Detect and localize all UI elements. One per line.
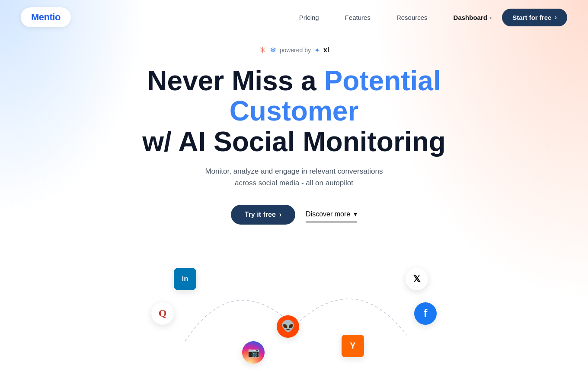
hero-heading: Never Miss a Potential Customer w/ AI So… <box>99 66 489 157</box>
logo[interactable]: Mentio <box>31 12 61 22</box>
logo-wrapper: Mentio <box>21 7 71 27</box>
quora-icon: Q <box>151 302 174 325</box>
nav-pricing[interactable]: Pricing <box>299 14 319 21</box>
orbit-section: in Q 👽 📷 Y 𝕏 f <box>147 251 441 371</box>
nav-links: Pricing Features Resources <box>299 14 428 21</box>
navbar: Mentio Pricing Features Resources Dashbo… <box>0 0 588 35</box>
hero-section: ✳ ❄ powered by ✦ xI Never Miss a Potenti… <box>0 35 588 371</box>
powered-by-badge: ✳ ❄ powered by ✦ xI <box>259 45 329 55</box>
dashboard-link[interactable]: Dashboard › <box>454 14 492 21</box>
snowflake-icon: ❄ <box>270 45 276 55</box>
discover-more-button[interactable]: Discover more ▾ <box>306 206 357 222</box>
try-it-free-button[interactable]: Try it free › <box>231 205 295 225</box>
heading-part1: Never Miss a <box>147 65 324 96</box>
arrow-right-icon: › <box>555 14 557 21</box>
powered-label: powered by <box>280 47 311 54</box>
asterisk-icon: ✳ <box>259 45 266 55</box>
arrow-icon: › <box>279 211 281 219</box>
nav-resources[interactable]: Resources <box>396 14 428 21</box>
facebook-icon: f <box>414 302 437 325</box>
start-for-free-button[interactable]: Start for free › <box>502 9 567 26</box>
cta-group: Try it free › Discover more ▾ <box>231 205 358 225</box>
heading-part2: w/ AI Social Monitoring <box>142 126 446 157</box>
nav-features[interactable]: Features <box>345 14 371 21</box>
instagram-icon: 📷 <box>242 341 265 364</box>
reddit-icon: 👽 <box>277 315 299 338</box>
hero-subtext: Monitor, analyze and engage in relevant … <box>205 165 383 189</box>
xl-badge: xI <box>323 46 329 54</box>
chevron-right-icon: › <box>490 14 492 21</box>
twitter-x-icon: 𝕏 <box>406 268 428 290</box>
ai-sparkle-icon: ✦ <box>314 46 320 54</box>
linkedin-icon: in <box>174 268 196 290</box>
hackernews-icon: Y <box>342 335 364 357</box>
chevron-down-icon: ▾ <box>354 210 357 218</box>
